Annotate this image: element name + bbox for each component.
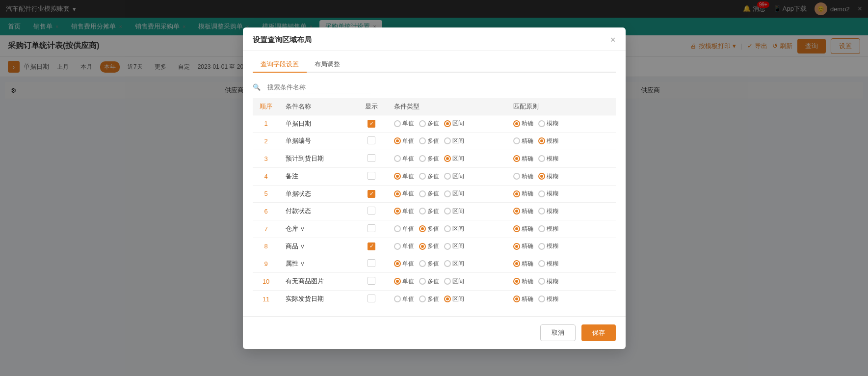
radio-match-item[interactable]: 模糊 (538, 137, 558, 145)
radio-dot (394, 260, 401, 267)
row-show-checkbox[interactable] (355, 202, 388, 220)
modal-tab-query-fields[interactable]: 查询字段设置 (253, 57, 307, 73)
checkbox[interactable] (368, 295, 375, 302)
radio-match-item[interactable]: 精确 (513, 155, 533, 163)
radio-type-item[interactable]: 多值 (419, 225, 439, 233)
radio-match-item[interactable]: 模糊 (538, 260, 558, 268)
radio-type-item[interactable]: 多值 (419, 155, 439, 163)
radio-match-item[interactable]: 模糊 (538, 207, 558, 215)
radio-type-item[interactable]: 区间 (444, 260, 464, 268)
checkbox[interactable]: ✓ (368, 190, 375, 198)
checkbox[interactable]: ✓ (368, 242, 375, 250)
radio-type-item[interactable]: 多值 (419, 242, 439, 250)
radio-type-item[interactable]: 区间 (444, 119, 464, 128)
radio-type-item[interactable]: 区间 (444, 225, 464, 233)
modal-close-btn[interactable]: × (610, 35, 616, 44)
checkbox[interactable] (368, 136, 375, 144)
radio-match-item[interactable]: 精确 (513, 277, 533, 286)
radio-type-item[interactable]: 单值 (394, 295, 414, 303)
row-show-checkbox[interactable]: ✓ (355, 238, 388, 255)
checkbox[interactable] (368, 259, 375, 267)
radio-type-item[interactable]: 单值 (394, 277, 414, 286)
radio-match-item[interactable]: 精确 (513, 172, 533, 181)
radio-match-item[interactable]: 精确 (513, 119, 533, 128)
radio-match-item[interactable]: 精确 (513, 137, 533, 145)
radio-type-item[interactable]: 单值 (394, 260, 414, 268)
radio-label: 多值 (427, 119, 439, 128)
radio-type-item[interactable]: 多值 (419, 260, 439, 268)
row-show-checkbox[interactable] (355, 132, 388, 150)
radio-type-item[interactable]: 单值 (394, 225, 414, 233)
radio-match-item[interactable]: 模糊 (538, 277, 558, 286)
radio-type-item[interactable]: 单值 (394, 207, 414, 215)
row-name: 有无商品图片 (280, 272, 356, 290)
radio-type-item[interactable]: 单值 (394, 119, 414, 128)
row-order: 11 (253, 290, 280, 308)
radio-match-item[interactable]: 模糊 (538, 295, 558, 303)
row-show-checkbox[interactable] (355, 220, 388, 238)
search-input[interactable] (263, 81, 371, 93)
radio-match-item[interactable]: 精确 (513, 242, 533, 250)
radio-type-item[interactable]: 单值 (394, 155, 414, 163)
radio-dot (444, 120, 451, 127)
radio-dot (419, 120, 426, 127)
radio-type-item[interactable]: 多值 (419, 295, 439, 303)
row-name: 预计到货日期 (280, 150, 356, 167)
radio-type-item[interactable]: 单值 (394, 189, 414, 198)
radio-match-item[interactable]: 模糊 (538, 189, 558, 198)
radio-match-item[interactable]: 精确 (513, 225, 533, 233)
radio-type-item[interactable]: 区间 (444, 295, 464, 303)
row-show-checkbox[interactable] (355, 150, 388, 167)
radio-type-item[interactable]: 多值 (419, 119, 439, 128)
checkbox[interactable] (368, 172, 375, 180)
checkbox[interactable] (368, 207, 375, 215)
radio-type-item[interactable]: 区间 (444, 155, 464, 163)
radio-dot (419, 137, 426, 144)
row-type: 单值多值区间 (388, 132, 507, 150)
radio-dot (394, 278, 401, 285)
row-show-checkbox[interactable] (355, 290, 388, 308)
save-btn[interactable]: 保存 (581, 324, 616, 341)
table-row: 4备注单值多值区间精确模糊 (253, 167, 616, 185)
checkbox[interactable] (368, 277, 375, 285)
radio-type-item[interactable]: 区间 (444, 242, 464, 250)
radio-match-item[interactable]: 精确 (513, 189, 533, 198)
radio-match-item[interactable]: 模糊 (538, 242, 558, 250)
radio-match-item[interactable]: 模糊 (538, 225, 558, 233)
row-match: 精确模糊 (507, 115, 616, 132)
radio-type-item[interactable]: 多值 (419, 277, 439, 286)
cancel-btn[interactable]: 取消 (540, 324, 576, 341)
radio-dot (394, 208, 401, 215)
checkbox[interactable] (368, 154, 375, 162)
radio-type-item[interactable]: 单值 (394, 137, 414, 145)
radio-label: 模糊 (547, 277, 558, 286)
checkbox[interactable]: ✓ (368, 120, 375, 128)
modal-tab-layout[interactable]: 布局调整 (307, 57, 348, 73)
radio-type-item[interactable]: 区间 (444, 207, 464, 215)
radio-type-item[interactable]: 区间 (444, 172, 464, 181)
radio-match-item[interactable]: 精确 (513, 295, 533, 303)
radio-type-item[interactable]: 多值 (419, 207, 439, 215)
radio-match-item[interactable]: 模糊 (538, 172, 558, 181)
row-show-checkbox[interactable] (355, 272, 388, 290)
radio-type-item[interactable]: 区间 (444, 189, 464, 198)
radio-type-item[interactable]: 区间 (444, 137, 464, 145)
radio-type-item[interactable]: 多值 (419, 137, 439, 145)
radio-type-item[interactable]: 多值 (419, 172, 439, 181)
row-show-checkbox[interactable]: ✓ (355, 115, 388, 132)
radio-type-item[interactable]: 区间 (444, 277, 464, 286)
radio-match-item[interactable]: 模糊 (538, 155, 558, 163)
row-type: 单值多值区间 (388, 115, 507, 132)
radio-match-item[interactable]: 精确 (513, 260, 533, 268)
radio-label: 区间 (452, 225, 464, 233)
radio-type-item[interactable]: 单值 (394, 172, 414, 181)
radio-match-item[interactable]: 精确 (513, 207, 533, 215)
radio-match-item[interactable]: 模糊 (538, 119, 558, 128)
row-show-checkbox[interactable]: ✓ (355, 185, 388, 202)
radio-label: 多值 (427, 207, 439, 215)
checkbox[interactable] (368, 224, 375, 232)
row-show-checkbox[interactable] (355, 255, 388, 272)
radio-type-item[interactable]: 单值 (394, 242, 414, 250)
row-show-checkbox[interactable] (355, 167, 388, 185)
radio-type-item[interactable]: 多值 (419, 189, 439, 198)
